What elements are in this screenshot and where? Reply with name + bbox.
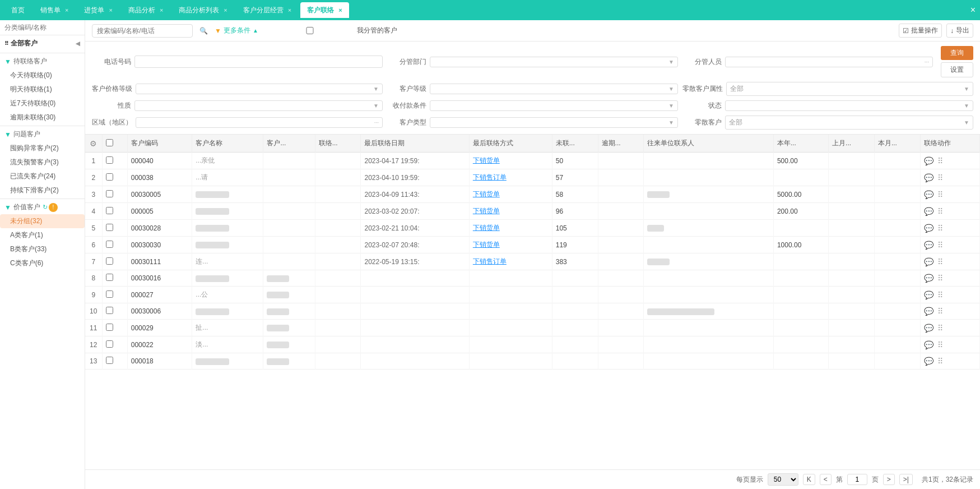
col-customer-type[interactable]: 客户... [263,135,315,153]
row-last-method[interactable] [469,336,552,353]
row-last-method[interactable] [469,320,552,336]
row-checkbox[interactable] [102,153,127,169]
sidebar-item-type-c[interactable]: C类客户(6) [0,256,85,270]
select-price-level[interactable]: ▼ [136,84,383,94]
nav-purchase-order[interactable]: 进货单 × [77,2,119,18]
more-conditions-btn[interactable]: ▼ 更多条件 ▲ [215,26,258,35]
row-last-method[interactable]: 下销货单 [469,186,552,203]
table-settings-icon[interactable]: ⚙ [90,139,97,148]
row-checkbox[interactable] [102,270,127,287]
col-code[interactable]: 客户编码 [127,135,192,153]
search-input[interactable] [92,24,193,38]
row-checkbox[interactable] [102,169,127,186]
sidebar-item-overdue-pending[interactable]: 逾期未联络(30) [0,110,85,124]
select-manager[interactable]: ··· [725,57,933,67]
row-checkbox[interactable] [102,220,127,237]
refresh-icon[interactable]: ↻ [43,204,48,211]
search-button[interactable]: 🔍 [199,27,208,35]
sidebar-item-type-b[interactable]: B类客户(33) [0,242,85,256]
row-last-method[interactable] [469,353,552,370]
my-customers-check[interactable]: 我分管的客户 [265,26,397,35]
row-last-method[interactable]: 下销货单 [469,220,552,237]
sidebar-group-problem[interactable]: ▼ 问题客户 [0,127,85,141]
close-purchase-order[interactable]: × [109,7,112,13]
row-checkbox[interactable] [102,203,127,220]
grid-icon[interactable]: ⠿ [937,274,943,283]
batch-ops-btn[interactable]: ☑ 批量操作 [899,24,942,38]
method-link[interactable]: 下销售订单 [473,257,507,265]
col-this-year[interactable]: 本年... [773,135,828,153]
sidebar-group-value[interactable]: ▼ 价值客户 ↻ ! [0,200,85,214]
select-retail[interactable]: 全部 ▼ [725,116,973,130]
col-overdue[interactable]: 逾期... [598,135,644,153]
message-icon[interactable]: 💬 [924,156,933,165]
sidebar-item-tomorrow-pending[interactable]: 明天待联络(1) [0,82,85,96]
close-product-analysis[interactable]: × [160,7,163,13]
close-customer-contact[interactable]: × [338,7,342,13]
col-last-contact-method[interactable]: 最后联络方式 [469,135,552,153]
message-icon[interactable]: 💬 [924,340,933,349]
sidebar-item-churn-warning[interactable]: 流失预警客户(3) [0,155,85,169]
page-first-btn[interactable]: K [803,474,815,485]
per-page-select[interactable]: 50 100 200 [768,473,798,486]
row-checkbox[interactable] [102,336,127,353]
all-customers-header[interactable]: ⠿ 全部客户 ◀ [0,35,85,52]
grid-icon[interactable]: ⠿ [937,290,943,299]
message-icon[interactable]: 💬 [924,274,933,283]
select-retail-attr[interactable]: 全部 ▼ [726,82,973,96]
col-unliaison[interactable]: 未联... [552,135,598,153]
select-region[interactable]: ··· [136,117,383,128]
col-name[interactable]: 客户名称 [192,135,263,153]
row-checkbox[interactable] [102,353,127,370]
window-close-button[interactable]: × [970,5,976,15]
row-last-method[interactable] [469,270,552,287]
row-checkbox[interactable] [102,186,127,203]
page-number-input[interactable] [847,474,867,485]
message-icon[interactable]: 💬 [924,241,933,250]
select-payment[interactable]: ▼ [430,100,678,111]
col-last-month[interactable]: 上月... [829,135,875,153]
grid-icon[interactable]: ⠿ [937,156,943,165]
sidebar-item-abnormal[interactable]: 囤购异常客户(2) [0,141,85,155]
col-this-month[interactable]: 本月... [874,135,920,153]
grid-icon[interactable]: ⠿ [937,207,943,216]
row-last-method[interactable]: 下销货单 [469,153,552,169]
row-last-method[interactable] [469,287,552,303]
row-last-method[interactable]: 下销售订单 [469,253,552,270]
close-customer-stratification[interactable]: × [288,7,291,13]
message-icon[interactable]: 💬 [924,207,933,216]
input-phone[interactable] [134,56,383,68]
sidebar-group-pending[interactable]: ▼ 待联络客户 [0,54,85,68]
sidebar-item-ungroup[interactable]: 未分组(32) [0,214,85,228]
message-icon[interactable]: 💬 [924,290,933,299]
col-unit-contact[interactable]: 往来单位联系人 [644,135,774,153]
sidebar-item-declining[interactable]: 持续下滑客户(2) [0,183,85,197]
row-last-method[interactable]: 下销货单 [469,237,552,253]
select-status[interactable]: ▼ [725,100,973,111]
row-last-method[interactable]: 下销售订单 [469,169,552,186]
export-btn[interactable]: ↓ 导出 [946,24,973,38]
grid-icon[interactable]: ⠿ [937,257,943,266]
grid-icon[interactable]: ⠿ [937,241,943,250]
grid-icon[interactable]: ⠿ [937,173,943,182]
grid-icon[interactable]: ⠿ [937,340,943,349]
query-btn[interactable]: 查询 [941,46,973,60]
grid-icon[interactable]: ⠿ [937,357,943,366]
nav-sales-order[interactable]: 销售单 × [34,2,75,18]
method-link[interactable]: 下销货单 [473,224,500,232]
grid-icon[interactable]: ⠿ [937,224,943,233]
select-all-checkbox[interactable] [106,139,113,146]
nav-home[interactable]: 首页 [4,2,31,18]
page-next-btn[interactable]: > [883,474,895,485]
my-customers-checkbox[interactable] [265,27,355,34]
message-icon[interactable]: 💬 [924,307,933,316]
sidebar-item-today-pending[interactable]: 今天待联络(0) [0,68,85,82]
message-icon[interactable]: 💬 [924,324,933,333]
row-checkbox[interactable] [102,237,127,253]
page-last-btn[interactable]: >| [899,474,913,485]
row-checkbox[interactable] [102,253,127,270]
message-icon[interactable]: 💬 [924,257,933,266]
row-last-method[interactable] [469,303,552,320]
col-last-contact-date[interactable]: 最后联络日期 [361,135,469,153]
sidebar-item-type-a[interactable]: A类客户(1) [0,228,85,242]
